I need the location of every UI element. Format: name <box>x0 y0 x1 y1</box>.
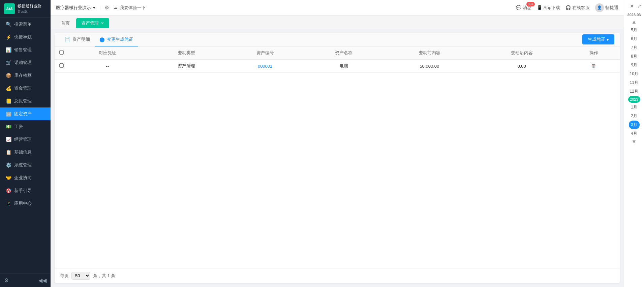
sidebar-item-system[interactable]: ⚙️系统管理 <box>0 159 51 171</box>
col-action: 操作 <box>568 46 620 60</box>
sidebar-bottom: ⚙ ◀◀ <box>0 274 51 287</box>
online-service-btn[interactable]: 🎧 在线客服 <box>565 5 590 11</box>
sidebar-item-guide[interactable]: 🎯新手引导 <box>0 184 51 197</box>
sidebar-item-sales[interactable]: 📊销售管理 <box>0 43 51 56</box>
sidebar-item-search[interactable]: 🔍搜索菜单 <box>0 18 51 31</box>
message-btn[interactable]: 💬 消息 99+ <box>516 5 531 11</box>
dropdown-arrow: ▾ <box>607 37 609 42</box>
message-badge: 99+ <box>526 2 535 6</box>
app-download-btn[interactable]: 📱 App下载 <box>537 5 560 11</box>
col-before-change: 变动前内容 <box>383 46 476 60</box>
logo-icon: AtA <box>4 3 15 14</box>
month-1[interactable]: 1月 <box>624 103 644 111</box>
settings-icon[interactable]: ⚙ <box>4 277 9 284</box>
col-asset-name: 资产名称 <box>305 46 384 60</box>
asset-table: 对应凭证 变动类型 资产编号 资产名称 变动前内容 <box>55 46 620 73</box>
nav-label-purchase: 采购管理 <box>14 60 32 66</box>
select-all-checkbox[interactable] <box>59 50 64 55</box>
nav-icon-ledger: 📒 <box>5 98 11 104</box>
tabbar: 首页 资产管理 ✕ <box>51 15 624 29</box>
nav-icon-payroll: 💵 <box>5 124 11 130</box>
sidebar-item-ledger[interactable]: 📒总账管理 <box>0 95 51 107</box>
col-checkbox <box>55 46 68 60</box>
nav-label-system: 系统管理 <box>14 162 32 168</box>
tab-close-icon[interactable]: ✕ <box>101 21 104 26</box>
nav-icon-operations: 📈 <box>5 136 11 142</box>
user-menu[interactable]: 👤 畅捷通 <box>595 3 618 12</box>
tab-asset-manage[interactable]: 资产管理 ✕ <box>76 18 109 28</box>
month-list: ▲ 5月 6月 7月 8月 9月 10月 11月 12月 2023 1月 2月 … <box>624 18 644 146</box>
panel-header: ✕ ⤢ <box>624 0 644 12</box>
tab-home[interactable]: 首页 <box>56 18 75 28</box>
headset-icon: 🎧 <box>565 5 571 10</box>
month-2[interactable]: 2月 <box>624 112 644 120</box>
nav-label-sales: 销售管理 <box>14 47 32 53</box>
sidebar-item-quick-nav[interactable]: ⚡快捷导航 <box>0 31 51 43</box>
circle-icon: ⬤ <box>99 37 105 42</box>
nav-label-operations: 经营管理 <box>14 136 32 142</box>
row-change-type: 资产清理 <box>147 60 226 73</box>
col-voucher: 对应凭证 <box>68 46 147 60</box>
nav-icon-app-center: 📱 <box>5 200 11 206</box>
month-11[interactable]: 11月 <box>624 78 644 87</box>
year-tag-2023[interactable]: 2023 <box>628 96 640 103</box>
row-voucher: -- <box>68 60 147 73</box>
nav-icon-sales: 📊 <box>5 47 11 53</box>
prev-arrow[interactable]: ▲ <box>631 18 638 26</box>
month-10[interactable]: 10月 <box>624 70 644 78</box>
nav-icon-purchase: 🛒 <box>5 60 11 66</box>
tab-asset-list[interactable]: 📄 资产明细 <box>60 33 95 46</box>
month-8[interactable]: 8月 <box>624 52 644 61</box>
nav-icon-inventory: 📦 <box>5 72 11 78</box>
inner-tabs: 📄 资产明细 ⬤ 变更生成凭证 生成凭证 ▾ <box>55 33 620 46</box>
avatar: 👤 <box>595 3 604 12</box>
nav-label-search: 搜索菜单 <box>14 21 32 27</box>
company-name: 医疗器械行业演示 <box>56 5 91 11</box>
generate-voucher-btn[interactable]: 生成凭证 ▾ <box>582 34 614 44</box>
month-4[interactable]: 4月 <box>624 129 644 138</box>
month-7[interactable]: 7月 <box>624 43 644 52</box>
month-6[interactable]: 6月 <box>624 35 644 43</box>
delete-btn-0[interactable]: 🗑 <box>591 63 596 69</box>
document-icon: 📄 <box>65 37 70 42</box>
row-asset-name: 电脑 <box>305 60 384 73</box>
nav-icon-fixed-assets: 🏢 <box>5 111 11 117</box>
sidebar-item-finance[interactable]: 💰资金管理 <box>0 82 51 95</box>
nav-label-fixed-assets: 固定资产 <box>14 111 32 117</box>
sidebar-item-payroll[interactable]: 💵工资 <box>0 120 51 133</box>
sidebar-item-app-center[interactable]: 📱应用中心 <box>0 197 51 210</box>
experience-btn[interactable]: ☁ 我要体验一下 <box>113 5 146 11</box>
sidebar: AtA 畅捷通好业财 普及版 🔍搜索菜单⚡快捷导航📊销售管理🛒采购管理📦库存核算… <box>0 0 51 287</box>
settings-btn[interactable]: ⚙ <box>104 4 109 11</box>
sidebar-item-cooperation[interactable]: 🤝企业协同 <box>0 171 51 184</box>
month-9[interactable]: 9月 <box>624 61 644 69</box>
nav-label-app-center: 应用中心 <box>14 200 32 206</box>
nav-label-ledger: 总账管理 <box>14 98 32 104</box>
nav-label-payroll: 工资 <box>14 124 23 130</box>
tab-change-voucher[interactable]: ⬤ 变更生成凭证 <box>95 33 138 46</box>
panel-expand-btn[interactable]: ⤢ <box>637 3 642 9</box>
topbar: 医疗器械行业演示 ▾ | ⚙ ☁ 我要体验一下 💬 消息 99+ 📱 App下载… <box>51 0 624 15</box>
current-date-label: 2023.03 <box>627 12 641 18</box>
company-selector[interactable]: 医疗器械行业演示 ▾ <box>56 5 95 11</box>
month-12[interactable]: 12月 <box>624 87 644 96</box>
row-checkbox-0[interactable] <box>59 63 64 68</box>
sidebar-item-operations[interactable]: 📈经营管理 <box>0 133 51 146</box>
table-row: -- 资产清理 000001 电脑 50,000.00 0.00 🗑 <box>55 60 620 73</box>
month-3-current[interactable]: 3月 <box>629 121 640 129</box>
collapse-icon[interactable]: ◀◀ <box>38 277 47 284</box>
sidebar-item-inventory[interactable]: 📦库存核算 <box>0 69 51 82</box>
nav-icon-guide: 🎯 <box>5 188 11 194</box>
next-arrow[interactable]: ▼ <box>631 138 638 146</box>
page-size-select[interactable]: 50 10 20 100 <box>71 272 90 280</box>
inner-tabs-actions: 生成凭证 ▾ <box>582 34 614 44</box>
col-asset-code: 资产编号 <box>226 46 305 60</box>
panel-close-btn[interactable]: ✕ <box>629 3 635 9</box>
logo-sub: 普及版 <box>18 9 42 14</box>
month-5[interactable]: 5月 <box>624 26 644 34</box>
sidebar-item-fixed-assets[interactable]: 🏢固定资产 <box>0 107 51 120</box>
main-content: 医疗器械行业演示 ▾ | ⚙ ☁ 我要体验一下 💬 消息 99+ 📱 App下载… <box>51 0 624 287</box>
sidebar-item-basic-info[interactable]: 📋基础信息 <box>0 146 51 159</box>
message-icon: 💬 <box>516 5 521 10</box>
sidebar-item-purchase[interactable]: 🛒采购管理 <box>0 56 51 69</box>
